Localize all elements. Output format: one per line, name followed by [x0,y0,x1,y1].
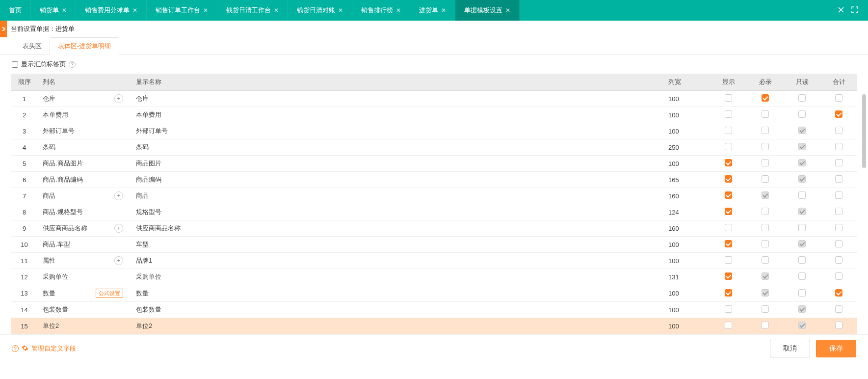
checkbox[interactable] [798,94,806,102]
cell-display[interactable]: 商品 [131,188,663,204]
checkbox[interactable] [835,175,842,183]
close-icon[interactable]: ✕ [132,7,137,14]
add-icon[interactable]: + [114,224,123,233]
cell-display[interactable]: 采购单位 [131,269,663,285]
checkbox[interactable] [762,110,769,118]
checkbox[interactable] [725,143,732,150]
save-button[interactable]: 保存 [816,340,856,357]
help-icon[interactable]: ? [12,345,19,352]
cell-width[interactable]: 250 [663,139,710,156]
cell-display[interactable]: 包装数量 [131,302,663,318]
table-row[interactable]: 4条码条码250 [11,139,857,156]
cell-width[interactable]: 165 [663,172,710,188]
checkbox[interactable] [725,94,732,102]
cell-width[interactable]: 100 [663,123,710,139]
checkbox[interactable] [725,289,732,297]
checkbox[interactable] [835,159,842,166]
checkbox[interactable] [835,94,842,102]
checkbox[interactable] [762,322,769,329]
table-row[interactable]: 15单位2单位2100 [11,318,857,334]
checkbox[interactable] [762,175,769,183]
cell-display[interactable]: 商品编码 [131,172,663,188]
cell-width[interactable]: 100 [663,318,710,334]
checkbox[interactable] [725,191,732,199]
table-row[interactable]: 7商品+商品160 [11,188,857,204]
table-row[interactable]: 10商品.车型车型100 [11,237,857,253]
cell-width[interactable]: 100 [663,302,710,318]
fullscreen-icon[interactable] [851,6,858,15]
checkbox[interactable] [835,272,842,280]
checkbox[interactable] [725,272,732,280]
table-row[interactable]: 3外部订单号外部订单号100 [11,123,857,139]
checkbox[interactable] [725,322,732,329]
checkbox[interactable] [762,127,769,134]
cell-width[interactable]: 160 [663,188,710,204]
close-icon[interactable]: ✕ [203,7,208,14]
close-icon[interactable]: ✕ [505,7,510,14]
checkbox[interactable] [798,272,806,280]
checkbox[interactable] [762,159,769,166]
cell-display[interactable]: 外部订单号 [131,123,663,139]
add-icon[interactable]: + [114,191,123,200]
checkbox[interactable] [762,305,769,313]
table-row[interactable]: 12采购单位采购单位131 [11,269,857,285]
close-icon[interactable]: ✕ [62,7,67,14]
table-row[interactable]: 13数量公式设置数量100 [11,285,857,302]
close-icon[interactable]: ✕ [274,7,279,14]
checkbox[interactable] [835,305,842,313]
checkbox[interactable] [725,224,732,231]
cell-display[interactable]: 商品图片 [131,156,663,172]
cell-display[interactable]: 条码 [131,139,663,156]
table-row[interactable]: 1仓库+仓库100 [11,91,857,107]
cell-width[interactable]: 100 [663,285,710,302]
checkbox[interactable] [762,143,769,150]
top-tab[interactable]: 销售排行榜✕ [352,0,410,21]
table-row[interactable]: 8商品.规格型号规格型号124 [11,204,857,220]
top-tab[interactable]: 钱货日清对账✕ [288,0,352,21]
checkbox[interactable] [798,191,806,199]
cell-display[interactable]: 本单费用 [131,107,663,123]
close-icon[interactable]: ✕ [338,7,343,14]
checkbox[interactable] [762,240,769,247]
top-tab[interactable]: 钱货日清工作台✕ [217,0,288,21]
sub-tab[interactable]: 表头区 [15,38,50,54]
scrollbar[interactable] [862,94,866,168]
table-row[interactable]: 9供应商商品名称+供应商商品名称160 [11,220,857,237]
checkbox[interactable] [725,175,732,183]
checkbox[interactable] [798,256,806,264]
expand-toggle-icon[interactable] [0,21,7,37]
checkbox[interactable] [835,143,842,150]
checkbox[interactable] [835,256,842,264]
add-icon[interactable]: + [114,256,123,265]
table-row[interactable]: 2本单费用本单费用100 [11,107,857,123]
checkbox[interactable] [798,110,806,118]
top-tab[interactable]: 首页 [0,0,31,21]
checkbox[interactable] [725,208,732,215]
cell-width[interactable]: 100 [663,107,710,123]
cell-width[interactable]: 124 [663,204,710,220]
cell-display[interactable]: 供应商商品名称 [131,220,663,237]
top-tab[interactable]: 销货单✕ [31,0,76,21]
checkbox[interactable] [798,224,806,231]
checkbox[interactable] [762,208,769,215]
cell-display[interactable]: 规格型号 [131,204,663,220]
checkbox[interactable] [835,110,842,118]
table-row[interactable]: 6商品.商品编码商品编码165 [11,172,857,188]
cell-display[interactable]: 数量 [131,285,663,302]
checkbox[interactable] [835,322,842,329]
cancel-button[interactable]: 取消 [770,340,810,357]
close-all-tabs-icon[interactable] [838,6,844,15]
cell-width[interactable]: 100 [663,237,710,253]
checkbox[interactable] [725,159,732,166]
cell-width[interactable]: 100 [663,253,710,269]
sub-tab[interactable]: 表体区-进货单明细 [50,37,119,55]
cell-display[interactable]: 品牌1 [131,253,663,269]
checkbox[interactable] [835,224,842,231]
checkbox[interactable] [835,191,842,199]
top-tab[interactable]: 销售费用分摊单✕ [76,0,147,21]
checkbox[interactable] [798,289,806,297]
cell-display[interactable]: 仓库 [131,91,663,107]
add-icon[interactable]: + [114,94,123,103]
checkbox[interactable] [835,240,842,247]
checkbox[interactable] [835,127,842,134]
